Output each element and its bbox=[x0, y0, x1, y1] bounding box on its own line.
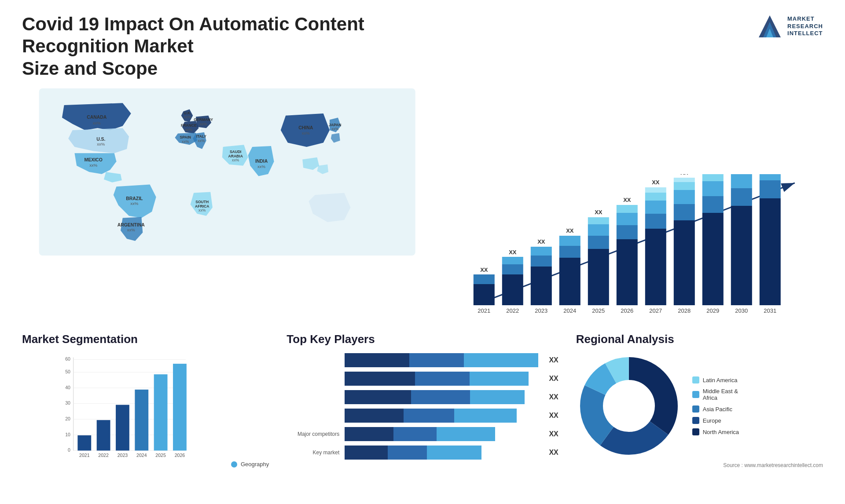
svg-text:FRANCE: FRANCE bbox=[181, 124, 197, 128]
svg-rect-57 bbox=[588, 249, 609, 305]
players-chart: XX XX bbox=[287, 353, 558, 460]
svg-rect-54 bbox=[559, 236, 580, 246]
svg-rect-121 bbox=[135, 390, 148, 451]
svg-rect-73 bbox=[645, 187, 666, 193]
svg-rect-47 bbox=[531, 267, 552, 305]
svg-rect-58 bbox=[588, 236, 609, 249]
growth-chart-svg: XX 2021 XX 2022 XX 2023 bbox=[450, 174, 823, 324]
svg-text:xx%: xx% bbox=[331, 127, 339, 131]
svg-text:10: 10 bbox=[65, 432, 70, 437]
player-row: XX bbox=[287, 353, 558, 367]
player-val-6: XX bbox=[549, 449, 558, 457]
player-row: Major competitors XX bbox=[287, 427, 558, 441]
svg-rect-72 bbox=[645, 193, 666, 201]
svg-rect-83 bbox=[702, 213, 724, 305]
svg-text:CHINA: CHINA bbox=[298, 125, 313, 130]
svg-rect-43 bbox=[502, 264, 523, 274]
svg-rect-48 bbox=[531, 256, 552, 267]
svg-rect-38 bbox=[474, 284, 495, 305]
donut-chart bbox=[576, 353, 682, 459]
bar-seg3 bbox=[464, 353, 538, 367]
svg-text:xx%: xx% bbox=[198, 139, 205, 143]
svg-text:XX: XX bbox=[481, 267, 489, 273]
player-row: XX bbox=[287, 409, 558, 423]
svg-text:MEXICO: MEXICO bbox=[84, 157, 103, 162]
bar-seg1 bbox=[345, 353, 409, 367]
bar-seg3 bbox=[470, 390, 525, 404]
svg-rect-49 bbox=[531, 247, 552, 256]
player-val-5: XX bbox=[549, 430, 558, 438]
svg-text:BRAZIL: BRAZIL bbox=[126, 196, 143, 201]
legend-color-apac bbox=[692, 405, 699, 413]
player-bar-2 bbox=[345, 372, 540, 386]
donut-svg bbox=[576, 353, 682, 459]
legend-item-geography: Geography bbox=[231, 461, 269, 467]
svg-text:XX: XX bbox=[652, 179, 660, 186]
logo-text: MARKET RESEARCH INTELLECT bbox=[787, 15, 823, 38]
legend-label-europe: Europe bbox=[703, 417, 721, 424]
bar-seg1 bbox=[345, 427, 393, 441]
seg-bars-container: 0 10 20 30 40 50 60 bbox=[22, 353, 222, 467]
svg-text:xx%: xx% bbox=[257, 164, 266, 169]
svg-rect-117 bbox=[97, 420, 110, 450]
svg-text:2027: 2027 bbox=[650, 307, 662, 314]
player-row: XX bbox=[287, 390, 558, 404]
svg-text:2026: 2026 bbox=[175, 453, 185, 458]
svg-text:INDIA: INDIA bbox=[255, 159, 268, 164]
svg-text:20: 20 bbox=[65, 416, 70, 421]
top-section: CANADA xx% U.S. xx% MEXICO xx% BRAZIL xx… bbox=[22, 88, 823, 324]
player-label-5: Major competitors bbox=[287, 431, 339, 437]
growth-chart: XX 2021 XX 2022 XX 2023 bbox=[450, 88, 823, 324]
legend-color-europe bbox=[692, 417, 699, 424]
svg-rect-70 bbox=[645, 214, 666, 229]
svg-text:XX: XX bbox=[624, 197, 632, 203]
legend-label-latin: Latin America bbox=[703, 377, 738, 383]
svg-rect-119 bbox=[116, 405, 129, 450]
legend-item-europe: Europe bbox=[692, 417, 739, 424]
svg-text:2021: 2021 bbox=[79, 453, 90, 458]
regional-panel: Regional Analysis bbox=[576, 332, 823, 491]
svg-text:JAPAN: JAPAN bbox=[329, 123, 341, 127]
svg-text:2024: 2024 bbox=[136, 453, 147, 458]
svg-rect-77 bbox=[674, 204, 695, 220]
bar-seg2 bbox=[404, 409, 454, 423]
regional-legend: Latin America Middle East &Africa Asia P… bbox=[692, 376, 739, 435]
svg-text:2021: 2021 bbox=[478, 307, 491, 314]
bar-seg2 bbox=[411, 390, 470, 404]
svg-text:ITALY: ITALY bbox=[196, 134, 207, 139]
svg-rect-96 bbox=[760, 174, 781, 180]
svg-text:xx%: xx% bbox=[130, 201, 139, 206]
svg-rect-44 bbox=[502, 257, 523, 264]
svg-text:U.K.: U.K. bbox=[184, 111, 191, 115]
svg-text:U.S.: U.S. bbox=[96, 137, 105, 142]
player-val-2: XX bbox=[549, 375, 558, 383]
svg-text:2025: 2025 bbox=[592, 307, 605, 314]
player-val-3: XX bbox=[549, 393, 558, 401]
svg-text:0: 0 bbox=[68, 447, 70, 453]
svg-rect-69 bbox=[645, 229, 666, 305]
player-row: XX bbox=[287, 372, 558, 386]
segmentation-title: Market Segmentation bbox=[22, 332, 269, 346]
svg-text:2026: 2026 bbox=[621, 307, 634, 314]
bar-seg1 bbox=[345, 409, 403, 423]
svg-rect-65 bbox=[617, 213, 638, 225]
svg-text:XX: XX bbox=[566, 227, 574, 234]
svg-rect-79 bbox=[674, 182, 695, 190]
svg-text:xx%: xx% bbox=[93, 121, 101, 125]
svg-text:GERMANY: GERMANY bbox=[194, 117, 213, 122]
map-area: CANADA xx% U.S. xx% MEXICO xx% BRAZIL xx… bbox=[22, 88, 432, 324]
legend-item-latin: Latin America bbox=[692, 376, 739, 383]
seg-chart-svg: 0 10 20 30 40 50 60 bbox=[22, 353, 222, 467]
key-players-panel: Top Key Players XX bbox=[287, 332, 558, 491]
svg-text:AFRICA: AFRICA bbox=[195, 204, 209, 208]
svg-text:2025: 2025 bbox=[155, 453, 166, 458]
svg-text:xx%: xx% bbox=[182, 139, 189, 144]
page-title: Covid 19 Impact On Automatic Content Rec… bbox=[22, 13, 374, 80]
svg-rect-52 bbox=[559, 258, 580, 305]
svg-rect-85 bbox=[702, 181, 724, 196]
player-row: Key market XX bbox=[287, 446, 558, 460]
player-bar-6 bbox=[345, 446, 540, 460]
svg-text:40: 40 bbox=[65, 385, 70, 390]
svg-rect-64 bbox=[617, 225, 638, 239]
svg-text:SOUTH: SOUTH bbox=[195, 200, 209, 204]
